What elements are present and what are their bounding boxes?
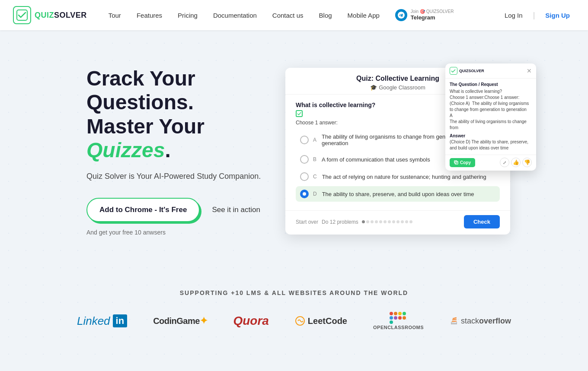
brand-stackoverflow: stackoverflow bbox=[450, 316, 511, 326]
nav-item-mobile[interactable]: Mobile App bbox=[341, 8, 387, 22]
navbar: QUIZSOLVER Tour Features Pricing Documen… bbox=[0, 0, 588, 30]
dot-2 bbox=[366, 220, 369, 223]
option-circle-d bbox=[300, 190, 309, 198]
ai-popup: QUIZSOLVER ✕ The Question / Request What… bbox=[445, 63, 536, 171]
add-to-chrome-button[interactable]: Add to Chrome - It's Free bbox=[86, 198, 200, 222]
option-circle-b bbox=[300, 155, 309, 164]
auth-area: Log In | Sign Up bbox=[499, 9, 575, 22]
ai-popup-header: QUIZSOLVER ✕ bbox=[445, 63, 536, 79]
brand-quora: Quora bbox=[233, 314, 268, 328]
dot-8 bbox=[392, 220, 395, 223]
ai-popup-answer-text: (Choice D) The ability to share, preserv… bbox=[450, 139, 532, 151]
ai-popup-dislike-button[interactable]: 👎 bbox=[522, 158, 532, 167]
option-circle-c bbox=[300, 172, 309, 181]
brand-linkedin: Linked in bbox=[77, 314, 127, 328]
nav-item-features[interactable]: Features bbox=[130, 8, 169, 22]
ai-popup-expand-button[interactable]: ⤢ bbox=[500, 158, 509, 167]
logo-text: QUIZSOLVER bbox=[35, 11, 87, 20]
dot-10 bbox=[401, 220, 404, 223]
source-icon: 🎓 bbox=[370, 84, 377, 91]
svg-rect-10 bbox=[457, 322, 457, 324]
start-over[interactable]: Start over bbox=[296, 219, 318, 225]
ai-popup-question-text: What is collective learning? Choose 1 an… bbox=[450, 89, 532, 131]
telegram-button[interactable]: Join 🎯 QUIZSOLVER Telegram bbox=[388, 6, 461, 25]
ai-popup-brand: QUIZSOLVER bbox=[459, 69, 484, 73]
brand-codingame: CodinGame✦ bbox=[153, 315, 207, 327]
signup-button[interactable]: Sign Up bbox=[540, 9, 575, 22]
dots-area bbox=[362, 220, 412, 223]
nav-links: Tour Features Pricing Documentation Cont… bbox=[102, 6, 498, 25]
hero-subtitle: Quiz Solver is Your AI-Powered Study Com… bbox=[86, 171, 285, 182]
brand-leetcode: LeetCode bbox=[295, 316, 347, 326]
option-circle-a bbox=[300, 136, 309, 144]
dot-11 bbox=[405, 220, 408, 223]
svg-rect-9 bbox=[451, 322, 452, 324]
auth-divider: | bbox=[533, 11, 535, 20]
quiz-footer: Start over Do 12 problems bbox=[285, 210, 510, 235]
nav-item-tour[interactable]: Tour bbox=[102, 8, 128, 22]
dot-5 bbox=[379, 220, 382, 223]
ai-popup-logo: QUIZSOLVER bbox=[450, 67, 484, 75]
svg-rect-8 bbox=[453, 317, 457, 319]
dot-1 bbox=[362, 220, 365, 223]
ai-popup-copy-button[interactable]: Copy bbox=[450, 158, 475, 167]
dot-9 bbox=[396, 220, 399, 223]
dot-12 bbox=[409, 220, 412, 223]
svg-rect-6 bbox=[452, 320, 457, 322]
ai-popup-close-button[interactable]: ✕ bbox=[527, 67, 532, 74]
hero-title: Crack Your Questions. Master Your Quizze… bbox=[86, 67, 285, 162]
nav-item-documentation[interactable]: Documentation bbox=[206, 8, 264, 22]
nav-item-blog[interactable]: Blog bbox=[312, 8, 339, 22]
login-button[interactable]: Log In bbox=[499, 9, 528, 22]
quiz-footer-left: Start over Do 12 problems bbox=[296, 219, 412, 225]
dot-3 bbox=[371, 220, 374, 223]
svg-rect-5 bbox=[451, 323, 457, 323]
supporting-title: SUPPORTING +10 LMS & ALL WEBSITES AROUND… bbox=[0, 289, 588, 296]
ai-popup-body: The Question / Request What is collectiv… bbox=[445, 79, 536, 155]
supporting-section: SUPPORTING +10 LMS & ALL WEBSITES AROUND… bbox=[0, 272, 588, 352]
see-in-action-button[interactable]: See it in action bbox=[210, 202, 262, 218]
do-problems: Do 12 problems bbox=[322, 219, 358, 225]
quiz-option-c[interactable]: C The act of relying on nature for suste… bbox=[296, 169, 500, 184]
logos-row: Linked in CodinGame✦ Quora LeetCode bbox=[0, 312, 588, 330]
hero-section: Crack Your Questions. Master Your Quizze… bbox=[0, 30, 588, 272]
hero-free-text: And get your free 10 anwsers bbox=[86, 229, 285, 236]
checkbox-icon bbox=[296, 110, 303, 117]
ai-popup-answer-label: Answer bbox=[450, 133, 532, 138]
dot-6 bbox=[383, 220, 387, 223]
nav-item-pricing[interactable]: Pricing bbox=[171, 8, 205, 22]
ai-popup-answer-section: Answer (Choice D) The ability to share, … bbox=[450, 133, 532, 151]
logo[interactable]: QUIZSOLVER bbox=[13, 6, 87, 24]
ai-popup-question-label: The Question / Request bbox=[450, 82, 532, 87]
ai-popup-action-icons: ⤢ 👍 👎 bbox=[500, 158, 532, 167]
ai-popup-like-button[interactable]: 👍 bbox=[511, 158, 521, 167]
telegram-icon bbox=[395, 9, 407, 21]
ai-popup-logo-icon bbox=[450, 67, 457, 75]
svg-rect-2 bbox=[454, 161, 457, 163]
hero-right: Quiz: Collective Learning 🎓 Google Class… bbox=[285, 68, 510, 235]
hero-left: Crack Your Questions. Master Your Quizze… bbox=[86, 67, 285, 236]
ai-popup-actions: Copy ⤢ 👍 👎 bbox=[445, 155, 536, 171]
nav-item-contact[interactable]: Contact us bbox=[265, 8, 310, 22]
svg-rect-1 bbox=[455, 162, 458, 165]
quiz-option-d[interactable]: D The ability to share, preserve, and bu… bbox=[296, 186, 500, 202]
svg-rect-4 bbox=[451, 323, 457, 324]
logo-icon bbox=[13, 6, 31, 24]
brand-openclassrooms: OPENCLASSROOMS bbox=[373, 312, 424, 330]
check-button[interactable]: Check bbox=[464, 215, 500, 228]
hero-buttons: Add to Chrome - It's Free See it in acti… bbox=[86, 198, 285, 222]
telegram-text: Join 🎯 QUIZSOLVER Telegram bbox=[411, 9, 454, 21]
dot-4 bbox=[375, 220, 378, 223]
dot-7 bbox=[388, 220, 391, 223]
